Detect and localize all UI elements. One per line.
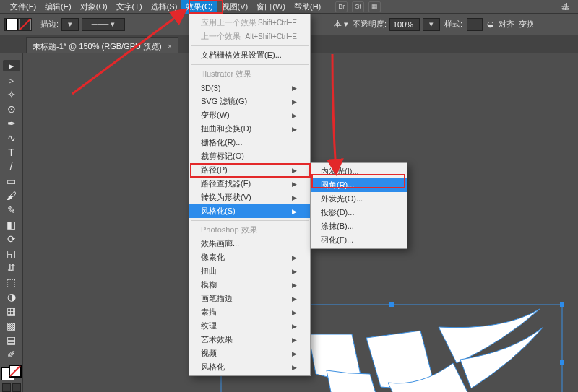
mesh-tool[interactable]: ▩ xyxy=(3,320,20,331)
stock-icon[interactable]: St xyxy=(352,1,364,12)
menubar-right-extra: 基 xyxy=(561,1,572,12)
pen-tool[interactable]: ✒ xyxy=(3,118,20,129)
menu-warp[interactable]: 变形(W)▶ xyxy=(189,108,310,122)
opacity-field[interactable] xyxy=(389,18,420,31)
menu-pathfinder[interactable]: 路径查找器(F)▶ xyxy=(189,177,310,191)
menu-path[interactable]: 路径(P)▶ xyxy=(189,163,310,177)
submenu-outer-glow[interactable]: 外发光(O)... xyxy=(311,192,407,206)
menu-convert-shape[interactable]: 转换为形状(V)▶ xyxy=(189,191,310,204)
menu-section-illustrator: Illustrator 效果 xyxy=(189,67,310,81)
free-transform-tool[interactable]: ⬚ xyxy=(3,276,20,288)
menu-view[interactable]: 视图(V) xyxy=(217,0,253,14)
layout-icon[interactable]: ▦ xyxy=(368,1,381,12)
menu-help[interactable]: 帮助(H) xyxy=(290,0,325,14)
svg-rect-3 xyxy=(560,302,564,307)
magic-wand-tool[interactable]: ✧ xyxy=(3,89,20,100)
type-tool[interactable]: T xyxy=(3,147,20,158)
menu-effect-gallery[interactable]: 效果画廊... xyxy=(189,237,310,251)
document-tab[interactable]: 未标题-1* @ 150% (RGB/GPU 预览) × xyxy=(26,37,178,53)
stroke-box[interactable] xyxy=(9,365,22,378)
fill-color-box[interactable] xyxy=(6,19,18,30)
menu-file[interactable]: 文件(F) xyxy=(6,0,40,14)
align-panel-link[interactable]: 对齐 xyxy=(499,19,514,30)
eyedropper-tool[interactable]: ✐ xyxy=(3,349,20,360)
stroke-color-box[interactable] xyxy=(19,19,31,30)
menu-last-effect: 上一个效果Alt+Shift+Ctrl+E xyxy=(189,30,310,43)
graphic-style-swatch[interactable] xyxy=(467,18,483,31)
menu-svg-filters[interactable]: SVG 滤镜(G)▶ xyxy=(189,95,310,108)
menu-object[interactable]: 对象(O) xyxy=(76,0,112,14)
menu-brush-strokes[interactable]: 画笔描边▶ xyxy=(189,292,310,305)
menu-stylize-ps[interactable]: 风格化▶ xyxy=(189,360,310,374)
opacity-dropdown[interactable]: ▾ xyxy=(423,18,440,31)
submenu-round-corners[interactable]: 圆角(R)... xyxy=(311,178,407,192)
menu-select[interactable]: 选择(S) xyxy=(147,0,182,14)
style-label: 样式: xyxy=(444,19,462,30)
stroke-label: 描边: xyxy=(40,19,59,30)
menu-stylize[interactable]: 风格化(S)▶ xyxy=(189,204,310,218)
toolbox: ▸▹✧⊙✒∿T/▭🖌✎◧⟳◱⇵⬚◑▦▩▤✐ xyxy=(0,53,23,392)
menu-artistic[interactable]: 艺术效果▶ xyxy=(189,333,310,347)
gradient-tool[interactable]: ▤ xyxy=(3,334,20,346)
scale-tool[interactable]: ◱ xyxy=(3,248,20,259)
menu-crop-marks[interactable]: 裁剪标记(O) xyxy=(189,149,310,163)
rotate-tool[interactable]: ⟳ xyxy=(3,233,20,245)
rectangle-tool[interactable]: ▭ xyxy=(3,175,20,187)
svg-rect-2 xyxy=(389,302,394,307)
menu-video[interactable]: 视频▶ xyxy=(189,347,310,360)
submenu-drop-shadow[interactable]: 投影(D)... xyxy=(311,206,407,219)
document-tab-title: 未标题-1* @ 150% (RGB/GPU 预览) xyxy=(33,41,162,52)
shaper-tool[interactable]: ✎ xyxy=(3,204,20,216)
menu-3d[interactable]: 3D(3)▶ xyxy=(189,81,310,95)
submenu-scribble[interactable]: 涂抹(B)... xyxy=(311,219,407,233)
menu-window[interactable]: 窗口(W) xyxy=(252,0,290,14)
stroke-width-dropdown[interactable]: ▾ xyxy=(61,18,79,31)
menu-section-photoshop: Photoshop 效果 xyxy=(189,223,310,237)
menu-distort-ps[interactable]: 扭曲▶ xyxy=(189,264,310,278)
menu-pixelate[interactable]: 像素化▶ xyxy=(189,251,310,264)
menu-type[interactable]: 文字(T) xyxy=(112,0,147,14)
close-tab-button[interactable]: × xyxy=(168,42,172,51)
menu-effect[interactable]: 效果(C) xyxy=(181,0,217,14)
screen-mode-pair[interactable] xyxy=(2,383,21,392)
menu-texture[interactable]: 纹理▶ xyxy=(189,319,310,333)
menu-blur[interactable]: 模糊▶ xyxy=(189,278,310,292)
line-tool[interactable]: / xyxy=(3,161,20,173)
transform-panel-link[interactable]: 变换 xyxy=(519,19,535,30)
basic-appearance-label[interactable]: 本 ▾ xyxy=(334,19,348,30)
selection-tool[interactable]: ▸ xyxy=(3,60,20,71)
curvature-tool[interactable]: ∿ xyxy=(3,132,20,144)
recolor-icon[interactable]: ◒ xyxy=(487,19,494,29)
bridge-icon[interactable]: Br xyxy=(335,1,348,12)
stroke-profile-dropdown[interactable]: ─── ▾ xyxy=(82,18,125,31)
menu-distort[interactable]: 扭曲和变换(D)▶ xyxy=(189,122,310,136)
svg-rect-5 xyxy=(560,360,564,365)
submenu-inner-glow[interactable]: 内发光(I)... xyxy=(311,165,407,178)
fill-stroke-widget[interactable] xyxy=(1,367,22,378)
menu-apply-last: 应用上一个效果Shift+Ctrl+E xyxy=(189,16,310,30)
effect-menu: 应用上一个效果Shift+Ctrl+E 上一个效果Alt+Shift+Ctrl+… xyxy=(189,14,311,376)
paintbrush-tool[interactable]: 🖌 xyxy=(3,190,20,201)
perspective-tool[interactable]: ▦ xyxy=(3,305,20,317)
fill-stroke-swatch[interactable] xyxy=(4,18,32,31)
menu-rasterize[interactable]: 栅格化(R)... xyxy=(189,136,310,149)
eraser-tool[interactable]: ◧ xyxy=(3,219,20,230)
menu-sketch[interactable]: 素描▶ xyxy=(189,305,310,319)
menu-edit[interactable]: 编辑(E) xyxy=(40,0,76,14)
shape-builder-tool[interactable]: ◑ xyxy=(3,291,20,302)
width-tool[interactable]: ⇵ xyxy=(3,262,20,274)
direct-selection-tool[interactable]: ▹ xyxy=(3,74,20,86)
stylize-submenu: 内发光(I)... 圆角(R)... 外发光(O)... 投影(D)... 涂抹… xyxy=(310,162,407,249)
menu-raster-settings[interactable]: 文档栅格效果设置(E)... xyxy=(189,48,310,62)
lasso-tool[interactable]: ⊙ xyxy=(3,103,20,115)
submenu-feather[interactable]: 羽化(F)... xyxy=(311,233,407,247)
menubar: 文件(F) 编辑(E) 对象(O) 文字(T) 选择(S) 效果(C) 视图(V… xyxy=(0,0,578,14)
opacity-label: 不透明度: xyxy=(353,19,387,30)
